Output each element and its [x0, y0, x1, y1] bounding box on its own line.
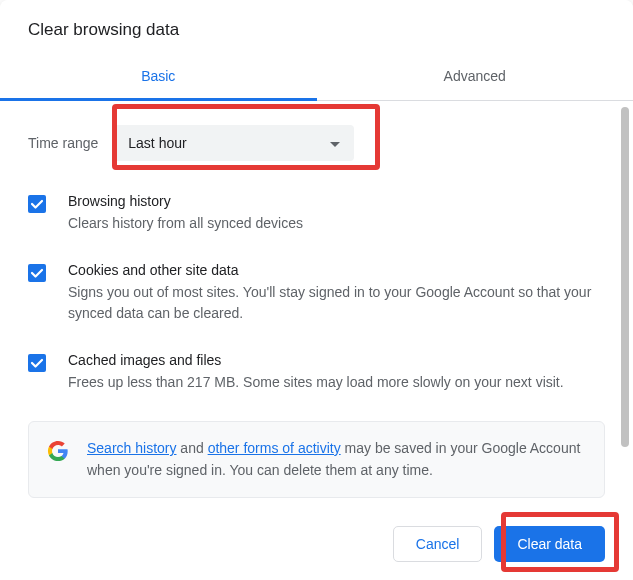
time-range-value: Last hour — [128, 135, 186, 151]
option-cached: Cached images and files Frees up less th… — [28, 352, 605, 393]
checkbox-browsing-history[interactable] — [28, 195, 46, 213]
tab-basic[interactable]: Basic — [0, 54, 317, 101]
search-history-link[interactable]: Search history — [87, 440, 176, 456]
option-text: Browsing history Clears history from all… — [68, 193, 605, 234]
content-wrapper: Time range Last hour Browsing history Cl — [0, 101, 633, 510]
clear-data-button[interactable]: Clear data — [494, 526, 605, 562]
google-logo-icon — [47, 440, 69, 462]
info-text: Search history and other forms of activi… — [87, 438, 586, 481]
option-text: Cookies and other site data Signs you ou… — [68, 262, 605, 324]
cancel-button[interactable]: Cancel — [393, 526, 483, 562]
time-range-select[interactable]: Last hour — [114, 125, 354, 161]
dialog-title: Clear browsing data — [28, 20, 605, 40]
tabs: Basic Advanced — [0, 54, 633, 101]
option-desc: Clears history from all synced devices — [68, 213, 605, 234]
time-range-row: Time range Last hour — [28, 125, 605, 161]
checkbox-cookies[interactable] — [28, 264, 46, 282]
option-desc: Signs you out of most sites. You'll stay… — [68, 282, 605, 324]
checkbox-cached[interactable] — [28, 354, 46, 372]
time-range-select-wrap: Last hour — [114, 125, 354, 161]
option-title: Cookies and other site data — [68, 262, 605, 278]
dialog-footer: Cancel Clear data — [0, 510, 633, 580]
option-title: Cached images and files — [68, 352, 605, 368]
option-browsing-history: Browsing history Clears history from all… — [28, 193, 605, 234]
option-title: Browsing history — [68, 193, 605, 209]
info-mid: and — [176, 440, 207, 456]
other-activity-link[interactable]: other forms of activity — [208, 440, 341, 456]
dialog-content: Time range Last hour Browsing history Cl — [0, 101, 633, 510]
time-range-label: Time range — [28, 135, 98, 151]
info-box: Search history and other forms of activi… — [28, 421, 605, 498]
tab-advanced[interactable]: Advanced — [317, 54, 634, 100]
scrollbar[interactable] — [619, 103, 631, 508]
option-cookies: Cookies and other site data Signs you ou… — [28, 262, 605, 324]
clear-browsing-data-dialog: Clear browsing data Basic Advanced Time … — [0, 0, 633, 580]
scrollbar-thumb[interactable] — [621, 107, 629, 447]
dialog-header: Clear browsing data — [0, 0, 633, 54]
option-desc: Frees up less than 217 MB. Some sites ma… — [68, 372, 605, 393]
option-text: Cached images and files Frees up less th… — [68, 352, 605, 393]
